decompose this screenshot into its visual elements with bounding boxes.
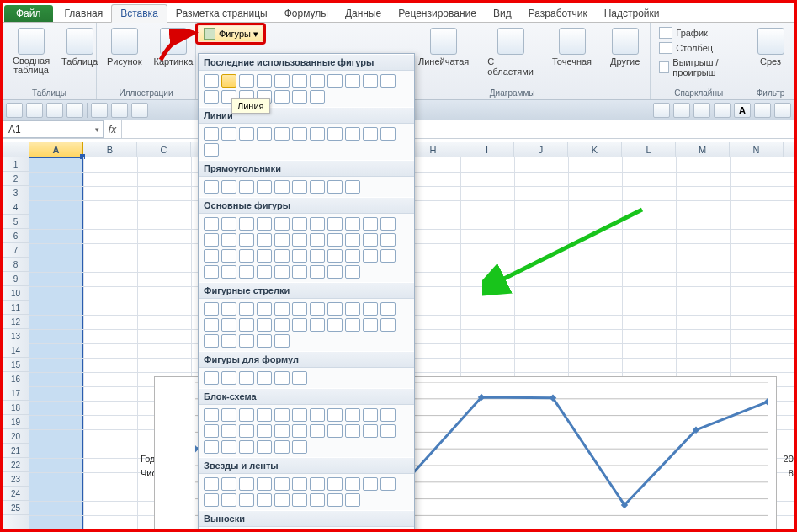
shape-item-4-17[interactable] (310, 318, 325, 332)
shape-item-3-22[interactable] (204, 249, 219, 263)
column-header-J[interactable]: J (514, 142, 568, 157)
shape-item-4-22[interactable] (204, 334, 219, 348)
shape-item-2-4[interactable] (274, 180, 290, 194)
row-header-11[interactable]: 11 (3, 301, 29, 315)
column-header-C[interactable]: C (137, 142, 191, 157)
shape-item-7-0[interactable] (204, 477, 219, 491)
shape-item-7-19[interactable] (345, 493, 360, 507)
shape-item-6-11[interactable] (204, 424, 219, 438)
shape-item-4-20[interactable] (363, 318, 378, 332)
shape-item-0-0[interactable] (204, 74, 219, 88)
shape-item-2-8[interactable] (345, 180, 360, 194)
tab-formulas[interactable]: Формулы (276, 5, 337, 22)
shape-item-3-28[interactable] (310, 249, 325, 263)
shape-item-6-7[interactable] (327, 408, 343, 422)
shape-item-7-7[interactable] (327, 477, 343, 491)
toolbar-btn-4[interactable] (66, 103, 83, 118)
shape-item-6-15[interactable] (274, 424, 290, 438)
shape-item-6-23[interactable] (221, 440, 236, 454)
row-header-6[interactable]: 6 (3, 229, 29, 243)
shape-item-3-24[interactable] (239, 249, 254, 263)
shape-item-3-3[interactable] (257, 217, 272, 231)
toolbar-btn-3[interactable] (46, 103, 63, 118)
shape-item-5-2[interactable] (239, 371, 254, 385)
shape-item-0-6[interactable] (310, 74, 325, 88)
shape-item-4-0[interactable] (204, 302, 219, 316)
row-header-23[interactable]: 23 (3, 472, 29, 487)
shape-item-5-0[interactable] (204, 371, 219, 385)
shape-item-3-16[interactable] (292, 233, 307, 247)
shape-item-7-11[interactable] (204, 493, 219, 507)
shape-item-6-8[interactable] (345, 408, 360, 422)
shape-item-3-10[interactable] (380, 217, 396, 231)
shape-item-3-20[interactable] (363, 233, 378, 247)
column-header-A[interactable]: A (29, 142, 83, 157)
shape-item-7-18[interactable] (327, 493, 343, 507)
shape-item-6-13[interactable] (239, 424, 254, 438)
shape-item-6-12[interactable] (221, 424, 236, 438)
shape-item-4-23[interactable] (221, 334, 236, 348)
shape-item-7-14[interactable] (257, 493, 272, 507)
shape-item-2-6[interactable] (310, 180, 325, 194)
shape-item-3-36[interactable] (257, 265, 272, 279)
shape-item-0-4[interactable] (274, 74, 290, 88)
scatter-chart-button[interactable]: Точечная (549, 26, 595, 78)
shape-item-3-14[interactable] (257, 233, 272, 247)
shape-item-3-8[interactable] (345, 217, 360, 231)
shape-item-4-9[interactable] (363, 302, 378, 316)
shape-item-7-9[interactable] (363, 477, 378, 491)
shape-item-3-13[interactable] (239, 233, 254, 247)
tab-data[interactable]: Данные (337, 5, 390, 22)
shape-item-6-22[interactable] (204, 440, 219, 454)
shape-item-6-24[interactable] (239, 440, 254, 454)
shape-item-1-9[interactable] (363, 127, 378, 141)
row-header-3[interactable]: 3 (3, 186, 29, 200)
shape-item-6-18[interactable] (327, 424, 343, 438)
row-header-7[interactable]: 7 (3, 243, 29, 258)
selection-handle[interactable] (80, 154, 85, 159)
shape-item-7-2[interactable] (239, 477, 254, 491)
select-all-corner[interactable] (3, 142, 29, 157)
shape-item-4-18[interactable] (327, 318, 343, 332)
shape-item-4-12[interactable] (221, 318, 236, 332)
shape-item-2-3[interactable] (257, 180, 272, 194)
shape-item-6-25[interactable] (257, 440, 272, 454)
row-header-20[interactable]: 20 (3, 429, 29, 444)
shape-item-6-10[interactable] (380, 408, 396, 422)
toolbar-btn-2[interactable] (26, 103, 43, 118)
tab-addins[interactable]: Надстройки (596, 5, 668, 22)
shape-item-6-17[interactable] (310, 424, 325, 438)
shape-item-6-26[interactable] (274, 440, 290, 454)
shape-item-4-26[interactable] (274, 334, 290, 348)
column-header-N[interactable]: N (730, 142, 784, 157)
shape-item-6-0[interactable] (204, 408, 219, 422)
shape-item-4-24[interactable] (239, 334, 254, 348)
shape-item-4-16[interactable] (292, 318, 307, 332)
shape-item-3-12[interactable] (221, 233, 236, 247)
shape-item-4-15[interactable] (274, 318, 290, 332)
shape-item-7-5[interactable] (292, 477, 307, 491)
shape-item-0-5[interactable] (292, 74, 307, 88)
row-header-12[interactable]: 12 (3, 315, 29, 329)
row-header-16[interactable]: 16 (3, 372, 29, 386)
toolbar-btn-r2[interactable] (673, 103, 690, 118)
shape-item-4-8[interactable] (345, 302, 360, 316)
shape-item-7-17[interactable] (310, 493, 325, 507)
shape-item-7-16[interactable] (292, 493, 307, 507)
shape-item-0-17[interactable] (310, 90, 325, 104)
shape-item-0-7[interactable] (327, 74, 343, 88)
name-box[interactable]: A1 (3, 120, 104, 138)
shape-item-6-2[interactable] (239, 408, 254, 422)
bar-chart-button[interactable]: Линейчатая (415, 26, 472, 78)
shape-item-7-15[interactable] (274, 493, 290, 507)
shape-item-4-10[interactable] (380, 302, 396, 316)
shape-item-3-15[interactable] (274, 233, 290, 247)
shape-item-5-1[interactable] (221, 371, 236, 385)
shape-item-1-2[interactable] (239, 127, 254, 141)
shape-item-3-35[interactable] (239, 265, 254, 279)
shape-item-5-3[interactable] (257, 371, 272, 385)
shape-item-0-15[interactable] (274, 90, 290, 104)
shape-item-0-9[interactable] (363, 74, 378, 88)
shape-item-1-4[interactable] (274, 127, 290, 141)
shape-item-3-41[interactable] (345, 265, 360, 279)
